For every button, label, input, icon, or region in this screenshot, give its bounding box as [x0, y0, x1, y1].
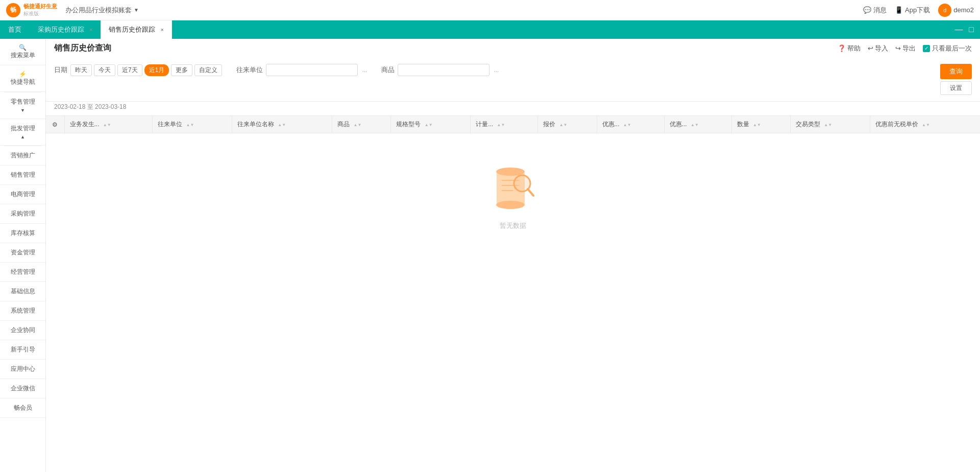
tab-maximize-btn[interactable]: □	[967, 23, 976, 36]
sidebar-item-apps[interactable]: 应用中心	[0, 360, 45, 379]
date-label: 日期	[54, 65, 67, 75]
sidebar-item-newbie[interactable]: 新手引导	[0, 340, 45, 360]
tab-purchase-history[interactable]: 采购历史价跟踪 ×	[30, 20, 101, 39]
col-partner-name[interactable]: 往来单位名称 ▲▼	[232, 116, 332, 133]
top-bar-right: 💬 消息 📱 App下载 d demo2	[863, 4, 974, 17]
sidebar-item-retail[interactable]: 零售管理 ▼	[0, 92, 45, 119]
col-pretax-price[interactable]: 优惠前无税单价 ▲▼	[870, 116, 980, 133]
chevron-down-icon-retail: ▼	[20, 108, 25, 113]
sidebar-item-wholesale[interactable]: 批发管理 ▲	[0, 119, 45, 146]
avatar: d	[938, 4, 951, 17]
empty-state: 暂无数据	[46, 133, 980, 261]
sort-icon-partner-name: ▲▼	[278, 123, 286, 127]
col-trade-type[interactable]: 交易类型 ▲▼	[790, 116, 870, 133]
sidebar-item-sales[interactable]: 销售管理	[0, 166, 45, 185]
only-last-checkbox[interactable]: ✓ 只看最后一次	[923, 44, 972, 53]
date-btn-custom[interactable]: 自定义	[194, 64, 222, 76]
settings-button[interactable]: 设置	[940, 81, 972, 95]
download-icon: 📱	[895, 6, 903, 14]
sidebar-item-basic-info[interactable]: 基础信息	[0, 282, 45, 301]
logo-area: 畅 畅捷通好生意 标准版	[6, 3, 57, 17]
col-date[interactable]: 业务发生... ▲▼	[64, 116, 153, 133]
tab-close-sales[interactable]: ×	[160, 27, 163, 33]
tab-sales-history[interactable]: 销售历史价跟踪 ×	[101, 20, 172, 39]
sidebar-item-system[interactable]: 系统管理	[0, 301, 45, 321]
workspace-selector[interactable]: 办公用品行业模拟账套 ▼	[61, 6, 143, 15]
sort-icon-goods: ▲▼	[354, 123, 362, 127]
partner-input[interactable]	[266, 64, 358, 76]
sidebar-item-purchase[interactable]: 采购管理	[0, 204, 45, 224]
date-btn-7days[interactable]: 近7天	[117, 64, 142, 76]
table-header-row: ⚙ 业务发生... ▲▼ 往来单位 ▲▼ 往来单位名称 ▲▼	[46, 116, 980, 133]
sort-icon-qty: ▲▼	[753, 123, 761, 127]
sort-icon-unit: ▲▼	[497, 123, 505, 127]
page-header: 销售历史价查询 ❓ 帮助 ↩ 导入 ↪ 导出 ✓ 只看最后一次	[46, 39, 980, 58]
date-btn-more[interactable]: 更多	[171, 64, 192, 76]
sort-icon-partner: ▲▼	[186, 123, 194, 127]
col-spec[interactable]: 规格型号 ▲▼	[391, 116, 471, 133]
sidebar-item-members[interactable]: 畅会员	[0, 398, 45, 418]
empty-text: 暂无数据	[500, 221, 526, 230]
sort-icon-date: ▲▼	[103, 123, 111, 127]
table-container: ⚙ 业务发生... ▲▼ 往来单位 ▲▼ 往来单位名称 ▲▼	[46, 116, 980, 472]
help-btn[interactable]: ❓ 帮助	[838, 44, 861, 53]
sidebar-item-shortcuts[interactable]: ⚡ 快捷导航	[0, 65, 45, 92]
app-download-btn[interactable]: 📱 App下载	[895, 6, 930, 15]
export-btn[interactable]: ↪ 导出	[895, 44, 916, 53]
sidebar-item-operations[interactable]: 经营管理	[0, 263, 45, 282]
tab-close-purchase[interactable]: ×	[89, 27, 92, 33]
col-partner[interactable]: 往来单位 ▲▼	[153, 116, 232, 133]
sidebar-item-marketing[interactable]: 营销推广	[0, 146, 45, 166]
filter-area: 日期 昨天 今天 近7天 近1月 更多 自定义 往来单位 ...	[46, 58, 980, 102]
col-discount2[interactable]: 优惠... ▲▼	[664, 116, 731, 133]
col-gear[interactable]: ⚙	[46, 116, 64, 133]
top-bar: 畅 畅捷通好生意 标准版 办公用品行业模拟账套 ▼ 💬 消息 📱 App下载 d…	[0, 0, 980, 20]
tab-minimize-btn[interactable]: —	[952, 23, 965, 36]
sidebar-item-ecommerce[interactable]: 电商管理	[0, 185, 45, 204]
goods-label: 商品	[381, 65, 395, 75]
col-price[interactable]: 报价 ▲▼	[538, 116, 597, 133]
date-range-display: 2023-02-18 至 2023-03-18	[46, 102, 980, 116]
user-menu[interactable]: d demo2	[938, 4, 974, 17]
sort-icon-trade-type: ▲▼	[824, 123, 832, 127]
search-icon: 🔍	[2, 44, 43, 51]
table-header: ⚙ 业务发生... ▲▼ 往来单位 ▲▼ 往来单位名称 ▲▼	[46, 116, 980, 133]
empty-svg	[487, 164, 538, 215]
partner-filter-group: 往来单位 ...	[236, 64, 367, 76]
import-btn[interactable]: ↩ 导入	[868, 44, 888, 53]
query-button[interactable]: 查询	[940, 64, 972, 79]
sort-icon-spec: ▲▼	[425, 123, 433, 127]
date-btn-1month[interactable]: 近1月	[144, 64, 169, 76]
col-qty[interactable]: 数量 ▲▼	[731, 116, 790, 133]
col-goods[interactable]: 商品 ▲▼	[332, 116, 391, 133]
col-unit[interactable]: 计量... ▲▼	[471, 116, 538, 133]
shortcuts-icon: ⚡	[2, 70, 43, 78]
date-btn-today[interactable]: 今天	[94, 64, 115, 76]
goods-input[interactable]	[398, 64, 489, 76]
empty-illustration	[487, 164, 538, 215]
messages-btn[interactable]: 💬 消息	[863, 6, 887, 15]
goods-dots: ...	[494, 66, 499, 74]
sidebar-item-finance[interactable]: 资金管理	[0, 243, 45, 263]
chevron-down-icon: ▼	[134, 7, 139, 13]
sort-icon-price: ▲▼	[559, 123, 568, 127]
goods-filter-group: 商品 ...	[381, 64, 499, 76]
sidebar-item-search[interactable]: 🔍 搜索菜单	[0, 39, 45, 65]
filter-actions: 查询 设置	[940, 64, 972, 95]
sidebar-item-wechat[interactable]: 企业微信	[0, 379, 45, 398]
date-buttons: 昨天 今天 近7天 近1月 更多 自定义	[70, 64, 222, 76]
sidebar-item-inventory[interactable]: 库存核算	[0, 224, 45, 243]
checkbox-icon: ✓	[923, 45, 930, 52]
col-discount1[interactable]: 优惠... ▲▼	[597, 116, 664, 133]
partner-label: 往来单位	[236, 65, 263, 75]
sort-icon-discount2: ▲▼	[691, 123, 699, 127]
top-bar-left: 畅 畅捷通好生意 标准版 办公用品行业模拟账套 ▼	[6, 3, 143, 17]
export-icon: ↪	[895, 44, 901, 52]
import-icon: ↩	[868, 44, 873, 52]
sidebar-item-enterprise[interactable]: 企业协同	[0, 321, 45, 340]
date-btn-yesterday[interactable]: 昨天	[70, 64, 92, 76]
chevron-up-icon-wholesale: ▲	[20, 134, 25, 139]
tab-home[interactable]: 首页	[0, 25, 30, 34]
content-area: 销售历史价查询 ❓ 帮助 ↩ 导入 ↪ 导出 ✓ 只看最后一次	[46, 39, 980, 472]
tab-controls: — □	[952, 23, 980, 36]
